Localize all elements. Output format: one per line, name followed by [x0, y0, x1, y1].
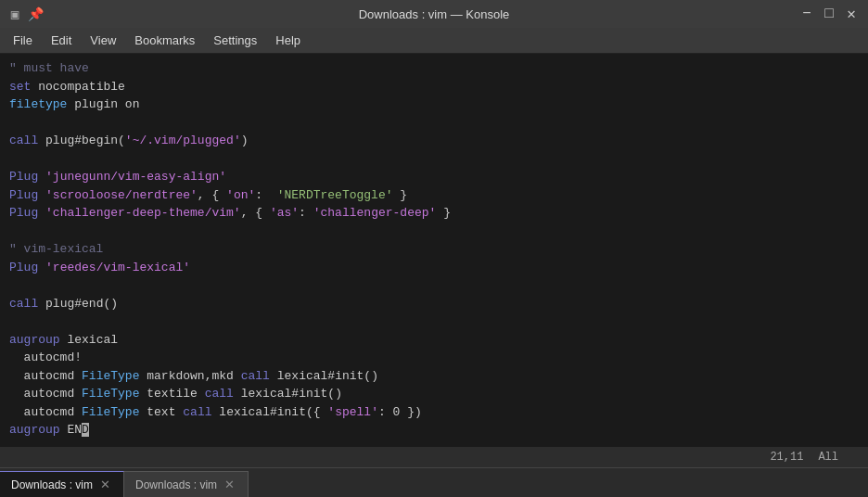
code-line: " vim-lexical: [9, 240, 859, 259]
menu-view[interactable]: View: [81, 32, 125, 49]
code-line: autocmd FileType textile call lexical#in…: [9, 385, 859, 403]
menu-file[interactable]: File: [4, 32, 42, 49]
code-line: augroup END: [9, 421, 859, 440]
window-title: Downloads : vim — Konsole: [359, 7, 510, 21]
code-line: Plug 'junegunn/vim-easy-align': [9, 168, 859, 186]
code-line: set nocompatible: [9, 78, 859, 96]
maximize-button[interactable]: □: [820, 5, 838, 23]
tab-2[interactable]: Downloads : vim ✕: [124, 471, 249, 497]
scroll-percent: All: [818, 451, 838, 464]
menu-settings[interactable]: Settings: [204, 32, 266, 49]
tab-1-close[interactable]: ✕: [98, 478, 112, 491]
editor-area[interactable]: " must have set nocompatible filetype pl…: [0, 54, 868, 447]
title-bar-left: ▣ 📌: [7, 6, 44, 22]
menu-bar: File Edit View Bookmarks Settings Help: [0, 28, 868, 54]
cursor-position: 21,11: [770, 451, 803, 464]
menu-help[interactable]: Help: [266, 32, 310, 49]
code-line: augroup lexical: [9, 331, 859, 350]
title-bar: ▣ 📌 Downloads : vim — Konsole − □ ✕: [0, 0, 868, 28]
menu-bookmarks[interactable]: Bookmarks: [125, 32, 204, 49]
tab-2-close[interactable]: ✕: [223, 478, 236, 491]
code-line: [9, 114, 859, 133]
code-line: autocmd FileType markdown,mkd call lexic…: [9, 367, 859, 386]
terminal-icon: ▣: [7, 6, 22, 21]
code-line: [9, 223, 859, 241]
code-content[interactable]: " must have set nocompatible filetype pl…: [0, 54, 868, 447]
code-line: call plug#end(): [9, 295, 859, 313]
code-line: ~: [9, 440, 859, 448]
code-line: autocmd FileType text call lexical#init(…: [9, 403, 859, 422]
code-line: call plug#begin('~/.vim/plugged'): [9, 132, 859, 150]
close-button[interactable]: ✕: [842, 5, 861, 23]
tab-bar: Downloads : vim ✕ Downloads : vim ✕: [0, 467, 868, 497]
code-line: [9, 150, 859, 169]
tab-2-label: Downloads : vim: [135, 478, 217, 491]
code-line: [9, 276, 859, 295]
code-line: " must have: [9, 59, 859, 78]
code-line: Plug 'reedes/vim-lexical': [9, 259, 859, 277]
pin-icon[interactable]: 📌: [28, 6, 44, 22]
window-controls: − □ ✕: [798, 5, 861, 23]
minimize-button[interactable]: −: [798, 5, 816, 23]
code-line: autocmd!: [9, 349, 859, 367]
tab-1[interactable]: Downloads : vim ✕: [0, 471, 124, 497]
code-line: Plug 'scrooloose/nerdtree', { 'on': 'NER…: [9, 186, 859, 205]
menu-edit[interactable]: Edit: [42, 32, 81, 49]
code-line: Plug 'challenger-deep-theme/vim', { 'as'…: [9, 204, 859, 223]
status-line: 21,11 All: [0, 447, 868, 467]
code-line: [9, 312, 859, 331]
code-line: filetype plugin on: [9, 96, 859, 114]
tab-1-label: Downloads : vim: [11, 478, 93, 491]
